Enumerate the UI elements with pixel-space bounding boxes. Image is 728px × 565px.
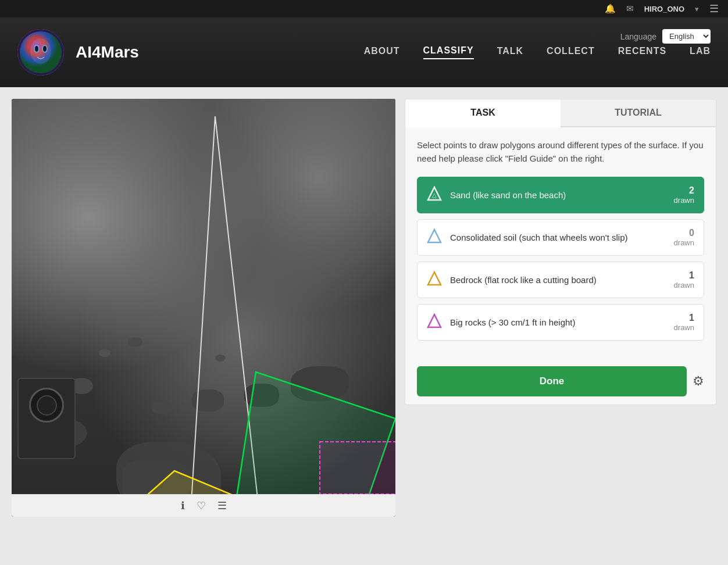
done-button[interactable]: Done <box>417 366 687 396</box>
sand-icon: △ <box>427 186 442 205</box>
svg-marker-10 <box>428 272 441 285</box>
done-row: Done ⚙ <box>405 358 716 405</box>
bedrock-label: Bedrock (flat rock like a cutting board) <box>450 275 666 285</box>
nav-collect[interactable]: COLLECT <box>547 46 595 59</box>
task-content: Select points to draw polygons around di… <box>405 127 716 358</box>
sand-count: 2 drawn <box>674 185 694 205</box>
image-panel: › ✕ ℹ ♡ ☰ <box>12 99 395 517</box>
nav-recents[interactable]: RECENTS <box>618 46 666 59</box>
nav-talk[interactable]: TALK <box>497 46 523 59</box>
user-label[interactable]: HIRO_ONO <box>644 5 684 13</box>
task-description: Select points to draw polygons around di… <box>417 139 704 165</box>
header: AI4Mars ABOUT CLASSIFY TALK COLLECT RECE… <box>0 17 728 87</box>
classif-sand[interactable]: △ Sand (like sand on the beach) 2 drawn <box>417 177 704 213</box>
bedrock-count: 1 drawn <box>674 270 694 289</box>
classification-list: △ Sand (like sand on the beach) 2 drawn <box>417 177 704 341</box>
favorite-icon[interactable]: ♡ <box>197 499 206 512</box>
classif-consolidated-soil[interactable]: Consolidated soil (such that wheels won'… <box>417 219 704 256</box>
main-nav: ABOUT CLASSIFY TALK COLLECT RECENTS LAB <box>364 45 711 59</box>
consolidated-soil-label: Consolidated soil (such that wheels won'… <box>450 233 666 242</box>
image-toolbar: ℹ ♡ ☰ <box>12 494 395 517</box>
svg-marker-11 <box>428 314 441 327</box>
sand-label: Sand (like sand on the beach) <box>450 190 666 200</box>
big-rocks-count: 1 drawn <box>674 313 694 332</box>
svg-point-6 <box>43 46 47 52</box>
classif-big-rocks[interactable]: Big rocks (> 30 cm/1 ft in height) 1 dra… <box>417 304 704 341</box>
notification-icon[interactable]: 🔔 <box>605 3 616 14</box>
topbar: 🔔 ✉ HIRO_ONO ▾ ☰ <box>0 0 728 17</box>
menu-icon[interactable]: ☰ <box>709 2 719 15</box>
nav-classify[interactable]: CLASSIFY <box>423 45 474 59</box>
info-icon[interactable]: ℹ <box>181 499 185 512</box>
right-panel: TASK TUTORIAL Select points to draw poly… <box>405 99 716 405</box>
svg-text:△: △ <box>432 192 437 198</box>
list-icon[interactable]: ☰ <box>217 499 227 512</box>
mail-icon[interactable]: ✉ <box>626 3 634 14</box>
mars-image[interactable]: › ✕ <box>12 99 395 494</box>
svg-marker-9 <box>428 230 441 242</box>
tab-task[interactable]: TASK <box>405 99 561 127</box>
tab-tutorial[interactable]: TUTORIAL <box>561 99 716 127</box>
user-dropdown-icon[interactable]: ▾ <box>695 5 699 13</box>
svg-point-5 <box>35 46 38 52</box>
consolidated-soil-count: 0 drawn <box>674 228 694 247</box>
polygon-overlay[interactable]: › <box>12 99 395 494</box>
consolidated-soil-icon <box>427 228 442 247</box>
classif-bedrock[interactable]: Bedrock (flat rock like a cutting board)… <box>417 262 704 298</box>
big-rocks-label: Big rocks (> 30 cm/1 ft in height) <box>450 317 666 327</box>
nav-lab[interactable]: LAB <box>690 46 711 59</box>
nav-about[interactable]: ABOUT <box>364 46 400 59</box>
site-title: AI4Mars <box>76 43 139 62</box>
yellow-polygon <box>148 471 244 494</box>
svg-point-2 <box>30 38 51 64</box>
main-content: › ✕ ℹ ♡ ☰ TASK TUTORIAL Select points to… <box>0 87 728 528</box>
language-label: Language <box>620 32 656 41</box>
site-logo[interactable] <box>17 29 64 76</box>
settings-icon[interactable]: ⚙ <box>693 374 704 389</box>
bedrock-icon <box>427 271 442 289</box>
big-rocks-icon <box>427 313 442 332</box>
tabs: TASK TUTORIAL <box>405 99 716 127</box>
language-selector: Language English Spanish French <box>620 29 711 44</box>
language-dropdown[interactable]: English Spanish French <box>662 29 711 44</box>
magenta-polygon <box>320 442 395 494</box>
